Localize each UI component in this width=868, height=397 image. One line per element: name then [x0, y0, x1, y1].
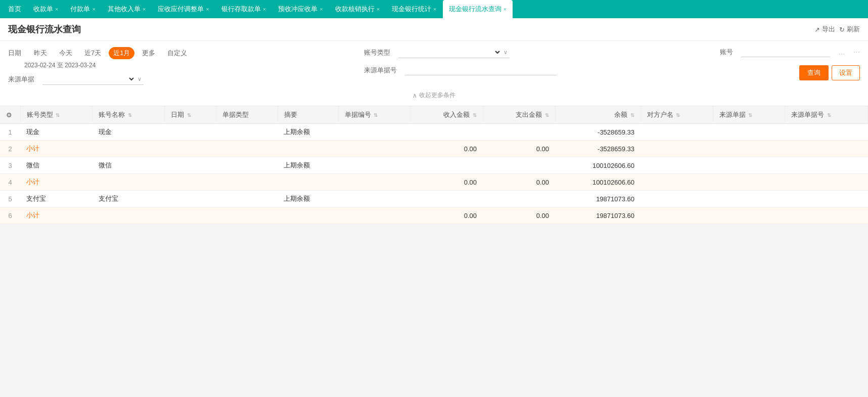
- col-income[interactable]: 收入金额 ⇅: [410, 106, 483, 124]
- close-icon[interactable]: ×: [55, 0, 58, 18]
- date-btn-yesterday[interactable]: 昨天: [29, 47, 52, 59]
- close-icon[interactable]: ×: [504, 0, 507, 18]
- sort-icon: ⇅: [748, 112, 752, 118]
- date-range: 2023-02-24 至 2023-03-24: [24, 61, 96, 70]
- account-type-label: 账号类型: [364, 48, 390, 57]
- nav-item-home[interactable]: 首页: [2, 0, 27, 18]
- source-doc-select-wrapper[interactable]: ∨: [42, 74, 144, 85]
- col-source-doc-no[interactable]: 来源单据号 ⇅: [785, 106, 868, 124]
- account-more-icon[interactable]: ...: [838, 48, 845, 57]
- table-header-row: ⚙ 账号类型 ⇅ 账号名称 ⇅ 日期 ⇅ 单据类型 摘要 单据编号 ⇅ 收入金额…: [0, 106, 868, 124]
- nav-item-prepay[interactable]: 预收冲应收单 ×: [272, 0, 329, 18]
- table-row: 5支付宝支付宝上期余额19871073.60: [0, 191, 868, 207]
- nav-item-cashflow[interactable]: 现金银行流水查询 ×: [443, 0, 513, 18]
- date-btn-7days[interactable]: 近7天: [80, 47, 106, 59]
- date-btn-more[interactable]: 更多: [138, 47, 160, 59]
- col-doc-type: 单据类型: [216, 106, 278, 124]
- account-type-select[interactable]: [400, 48, 501, 57]
- source-doc-label: 来源单据: [8, 75, 34, 84]
- close-icon[interactable]: ×: [206, 0, 209, 18]
- nav-item-bank-withdraw[interactable]: 银行存取款单 ×: [215, 0, 272, 18]
- sort-icon: ⇅: [676, 112, 680, 118]
- page-header: 现金银行流水查询 ↗ 导出 ↻ 刷新: [0, 18, 868, 41]
- date-label: 日期: [8, 49, 21, 58]
- data-table: ⚙ 账号类型 ⇅ 账号名称 ⇅ 日期 ⇅ 单据类型 摘要 单据编号 ⇅ 收入金额…: [0, 106, 868, 224]
- export-icon: ↗: [814, 26, 820, 33]
- table-row: 4小计0.000.00100102606.60: [0, 174, 868, 191]
- source-doc-select[interactable]: [44, 75, 135, 83]
- nav-item-payment[interactable]: 付款单 ×: [64, 0, 101, 18]
- account-input[interactable]: [741, 47, 830, 57]
- col-counterpart[interactable]: 对方户名 ⇅: [641, 106, 713, 124]
- close-icon[interactable]: ×: [263, 0, 266, 18]
- col-summary: 摘要: [278, 106, 338, 124]
- sort-icon: ⇅: [630, 112, 634, 118]
- source-doc-no-label: 来源单据号: [364, 66, 397, 75]
- page-title: 现金银行流水查询: [8, 23, 81, 35]
- sort-icon: ⇅: [187, 112, 191, 118]
- close-icon[interactable]: ×: [319, 0, 323, 18]
- export-button[interactable]: ↗ 导出: [814, 25, 835, 34]
- nav-item-verification[interactable]: 收款核销执行 ×: [329, 0, 386, 18]
- sort-icon: ⇅: [374, 112, 378, 118]
- col-date[interactable]: 日期 ⇅: [165, 106, 216, 124]
- refresh-button[interactable]: ↻ 刷新: [839, 25, 860, 34]
- nav-item-stats[interactable]: 现金银行统计 ×: [386, 0, 442, 18]
- close-icon[interactable]: ×: [143, 0, 146, 18]
- col-settings[interactable]: ⚙: [0, 106, 20, 124]
- close-icon[interactable]: ×: [433, 0, 436, 18]
- dots-button[interactable]: ···: [853, 48, 860, 57]
- sort-icon: ⇅: [128, 112, 132, 118]
- date-btn-today[interactable]: 今天: [55, 47, 77, 59]
- sort-icon: ⇅: [545, 112, 549, 118]
- col-balance[interactable]: 余额 ⇅: [555, 106, 641, 124]
- table-row: 6小计0.000.0019871073.60: [0, 207, 868, 224]
- collapse-bar[interactable]: ∧ 收起更多条件: [8, 91, 860, 100]
- sort-icon: ⇅: [827, 112, 831, 118]
- settings-button[interactable]: 设置: [832, 65, 860, 80]
- query-button[interactable]: 查询: [799, 65, 829, 80]
- date-options: 昨天 今天 近7天 近1月 更多 自定义: [29, 47, 192, 59]
- refresh-icon: ↻: [839, 26, 845, 33]
- table-row: 1现金现金上期余额-3528659.33: [0, 124, 868, 141]
- source-doc-no-input[interactable]: [405, 65, 557, 75]
- col-source-doc[interactable]: 来源单据 ⇅: [713, 106, 785, 124]
- close-icon[interactable]: ×: [92, 0, 95, 18]
- col-account-type[interactable]: 账号类型 ⇅: [20, 106, 93, 124]
- date-btn-custom[interactable]: 自定义: [163, 47, 192, 59]
- table-container: ⚙ 账号类型 ⇅ 账号名称 ⇅ 日期 ⇅ 单据类型 摘要 单据编号 ⇅ 收入金额…: [0, 106, 868, 224]
- col-account-name[interactable]: 账号名称 ⇅: [93, 106, 165, 124]
- account-type-select-wrapper[interactable]: ∨: [398, 47, 510, 58]
- sort-icon: ⇅: [473, 112, 477, 118]
- nav-item-adjust[interactable]: 应收应付调整单 ×: [152, 0, 215, 18]
- nav-item-other-income[interactable]: 其他收入单 ×: [102, 0, 152, 18]
- nav-item-receipt[interactable]: 收款单 ×: [27, 0, 64, 18]
- top-nav: 首页 收款单 × 付款单 × 其他收入单 × 应收应付调整单 × 银行存取款单 …: [0, 0, 868, 18]
- account-label: 账号: [720, 48, 733, 57]
- filter-area: 日期 昨天 今天 近7天 近1月 更多 自定义 2023-02-24 至 202…: [0, 41, 868, 106]
- sort-icon: ⇅: [56, 112, 60, 118]
- collapse-icon: ∧: [413, 92, 417, 99]
- col-expense[interactable]: 支出金额 ⇅: [483, 106, 555, 124]
- settings-icon: ⚙: [6, 111, 12, 119]
- close-icon[interactable]: ×: [377, 0, 380, 18]
- col-doc-no[interactable]: 单据编号 ⇅: [338, 106, 410, 124]
- table-row: 3微信微信上期余额100102606.60: [0, 157, 868, 174]
- date-btn-1month[interactable]: 近1月: [109, 47, 134, 59]
- table-row: 2小计0.000.00-3528659.33: [0, 141, 868, 157]
- header-actions: ↗ 导出 ↻ 刷新: [814, 25, 860, 34]
- chevron-down-icon: ∨: [504, 49, 508, 56]
- chevron-down-icon: ∨: [138, 76, 142, 82]
